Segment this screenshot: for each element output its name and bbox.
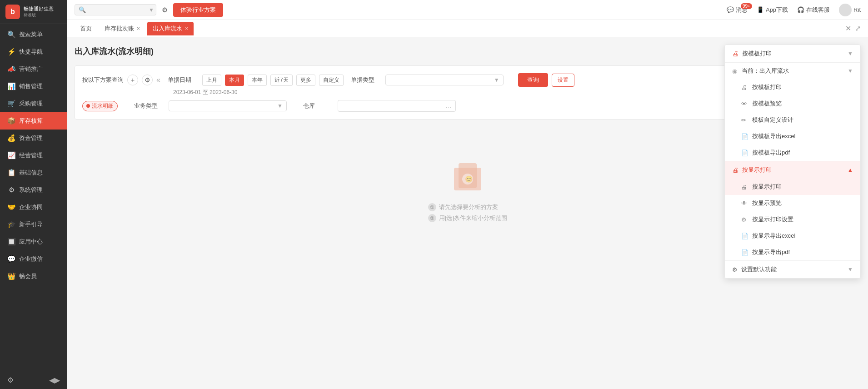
warehouse-more-icon[interactable]: … [445, 102, 452, 110]
date-btn-more[interactable]: 更多 [296, 75, 315, 86]
nav-icon-14: 👑 [7, 272, 15, 280]
nav-label-10: 企业协同 [19, 203, 43, 211]
hint-item-1: ① 请先选择要分析的方案 [428, 203, 507, 211]
display-export-excel-item[interactable]: 📄 按显示导出excel [725, 228, 860, 244]
svg-text:😊: 😊 [465, 175, 473, 183]
display-print-icon: 🖨 [732, 166, 738, 174]
nav-label-6: 资金管理 [19, 134, 43, 142]
window-maximize-icon[interactable]: ⤢ [855, 24, 861, 33]
app-download-btn[interactable]: 📱 App下载 [757, 6, 788, 14]
current-template-chevron: ▼ [848, 68, 853, 74]
display-print-item-label: 按显示打印 [752, 183, 782, 191]
settings-small-btn[interactable]: 设置 [552, 74, 574, 87]
settings-icon[interactable]: ⚙ [7, 376, 14, 384]
date-btn-custom[interactable]: 自定义 [319, 75, 344, 86]
nav-item-基础信息[interactable]: 📋基础信息 [0, 164, 67, 181]
type-filter-select[interactable]: ▼ [385, 75, 504, 85]
nav-item-系统管理[interactable]: ⚙系统管理 [0, 181, 67, 199]
template-print-item[interactable]: 🖨 按模板打印 [725, 79, 860, 95]
tab-home[interactable]: 首页 [75, 22, 97, 35]
nav-item-库存核算[interactable]: 📦库存核算 [0, 112, 67, 130]
template-print-section-header[interactable]: 🖨 按模板打印 ▼ [725, 45, 860, 63]
industry-btn[interactable]: 体验行业方案 [173, 3, 223, 17]
nav-item-经营管理[interactable]: 📈经营管理 [0, 147, 67, 164]
nav-item-新手引导[interactable]: 🎓新手引导 [0, 216, 67, 233]
nav-label-1: 快捷导航 [19, 48, 43, 56]
tab-inventory-batch[interactable]: 库存批次账 × [99, 22, 145, 35]
template-custom-item-label: 模板自定义设计 [752, 116, 793, 124]
nav-item-企业协同[interactable]: 🤝企业协同 [0, 199, 67, 216]
nav-icon-3: 📊 [7, 82, 15, 90]
nav-icon-11: 🎓 [7, 220, 15, 229]
date-filter-row: 上月 本月 本年 近7天 更多 自定义 [202, 75, 344, 86]
display-section-chevron-up: ▲ [848, 167, 853, 173]
filter-collapse-icon[interactable]: « [156, 76, 160, 84]
template-print-item-icon: 🖨 [741, 84, 748, 91]
topbar-gear-icon[interactable]: ⚙ [162, 6, 168, 14]
tab-inventory-batch-close[interactable]: × [137, 25, 140, 32]
user-avatar-area[interactable]: Rit [839, 4, 861, 16]
nav-label-8: 基础信息 [19, 169, 43, 177]
nav-item-应用中心[interactable]: 🔲应用中心 [0, 233, 67, 250]
nav-item-营销推广[interactable]: 📣营销推广 [0, 60, 67, 78]
app-name: 畅捷通好生意 [24, 5, 54, 12]
warehouse-select[interactable]: … [338, 100, 456, 112]
template-custom-item[interactable]: ✏ 模板自定义设计 [725, 112, 860, 128]
date-btn-7days[interactable]: 近7天 [270, 75, 293, 86]
hint-text-2: 用[选]条件来缩小分析范围 [439, 214, 507, 222]
biz-type-select[interactable]: ▼ [169, 100, 287, 111]
set-default-label: 设置默认功能 [741, 265, 777, 274]
display-print-settings-item[interactable]: ⚙ 按显示打印设置 [725, 211, 860, 228]
query-btn[interactable]: 查询 [518, 73, 548, 87]
app-logo: b 畅捷通好生意 标准版 [0, 0, 67, 24]
template-print-label: 按模板打印 [742, 50, 772, 58]
date-btn-this-month[interactable]: 本月 [225, 75, 244, 86]
dropdown-footer[interactable]: ⚙ 设置默认功能 ▼ [725, 260, 860, 278]
filter-settings-btn[interactable]: ⚙ [142, 75, 153, 85]
nav-item-企业微信[interactable]: 💬企业微信 [0, 250, 67, 268]
display-print-item-icon: 🖨 [741, 184, 748, 190]
nav-icon-2: 📣 [7, 65, 15, 73]
date-btn-this-year[interactable]: 本年 [248, 75, 267, 86]
search-input[interactable] [88, 7, 147, 13]
nav-icon-13: 💬 [7, 255, 15, 263]
hint-num-2: ② [428, 214, 436, 222]
display-preview-item[interactable]: 👁 按显示预览 [725, 195, 860, 211]
nav-item-销售管理[interactable]: 📊销售管理 [0, 78, 67, 95]
message-btn[interactable]: 💬 消息 99+ [727, 6, 748, 14]
tab-stock-flow[interactable]: 出入库流水 × [147, 22, 194, 35]
nav-item-畅会员[interactable]: 👑畅会员 [0, 268, 67, 285]
nav-item-资金管理[interactable]: 💰资金管理 [0, 130, 67, 147]
display-print-label: 按显示打印 [742, 166, 772, 174]
tab-window-controls: ✕ ⤢ [845, 24, 861, 33]
phone-icon: 📱 [757, 6, 764, 13]
template-preview-item[interactable]: 👁 按模板预览 [725, 95, 860, 112]
tab-stock-flow-close[interactable]: × [185, 25, 188, 32]
current-template-item[interactable]: ◉ 当前：出入库流水 ▼ [725, 63, 860, 79]
filter-add-btn[interactable]: + [127, 75, 138, 85]
search-dropdown-icon[interactable]: ▼ [149, 7, 154, 13]
filter-tag[interactable]: 流水明细 [82, 101, 118, 111]
nav-item-搜索菜单[interactable]: 🔍搜索菜单 [0, 26, 67, 43]
collapse-sidebar-icon[interactable]: ◀▶ [49, 376, 60, 384]
current-template-icon: ◉ [732, 68, 737, 75]
nav-label-4: 采购管理 [19, 100, 43, 108]
nav-item-快捷导航[interactable]: ⚡快捷导航 [0, 43, 67, 60]
window-close-icon[interactable]: ✕ [845, 24, 851, 33]
display-export-excel-icon: 📄 [741, 233, 748, 239]
nav-icon-7: 📈 [7, 151, 15, 160]
search-box[interactable]: 🔍 ▼ [75, 4, 156, 15]
display-print-settings-icon: ⚙ [741, 216, 748, 223]
template-export-pdf-item[interactable]: 📄 按模板导出pdf [725, 145, 860, 161]
topbar: 🔍 ▼ ⚙ 体验行业方案 💬 消息 99+ 📱 App下载 🎧 在线客服 Rit [67, 0, 868, 20]
display-print-settings-label: 按显示打印设置 [752, 215, 793, 224]
display-print-item[interactable]: 🖨 按显示打印 [725, 179, 860, 195]
nav-label-9: 系统管理 [19, 186, 43, 194]
template-export-excel-item[interactable]: 📄 按模板导出excel [725, 128, 860, 145]
display-export-pdf-item[interactable]: 📄 按显示导出pdf [725, 244, 860, 260]
nav-item-采购管理[interactable]: 🛒采购管理 [0, 95, 67, 112]
display-print-section-header[interactable]: 🖨 按显示打印 ▲ [725, 161, 860, 179]
service-btn[interactable]: 🎧 在线客服 [797, 6, 830, 14]
template-preview-item-label: 按模板预览 [752, 100, 782, 108]
date-btn-last-month[interactable]: 上月 [202, 75, 221, 86]
